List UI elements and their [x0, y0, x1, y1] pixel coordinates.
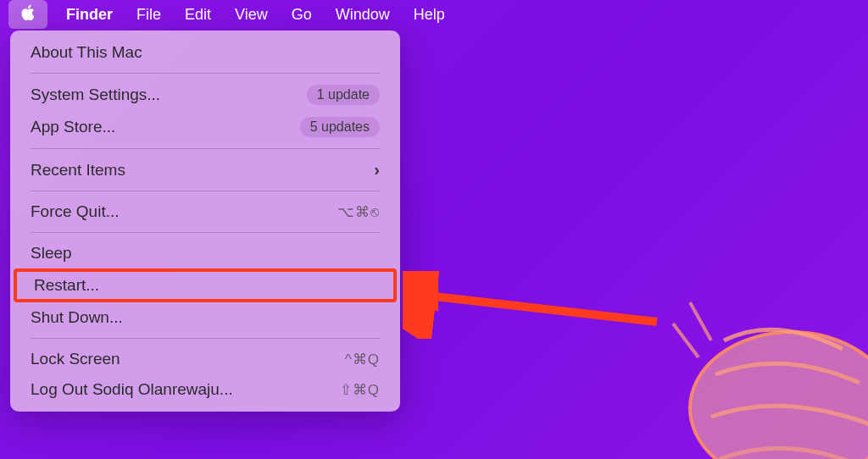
apple-menu-button[interactable]: [8, 0, 47, 29]
update-badge: 5 updates: [300, 117, 380, 137]
chevron-right-icon: ›: [374, 160, 380, 180]
menu-item-label: Force Quit...: [31, 202, 120, 221]
menu-force-quit[interactable]: Force Quit... ⌥⌘⎋: [10, 196, 400, 227]
apple-logo-icon: [19, 3, 37, 25]
menu-about-this-mac[interactable]: About This Mac: [10, 37, 400, 68]
menu-item-label: Shut Down...: [31, 308, 123, 327]
menu-item-label: About This Mac: [31, 43, 142, 62]
menu-view[interactable]: View: [223, 3, 280, 27]
keyboard-shortcut: ^⌘Q: [345, 351, 380, 368]
divider: [31, 338, 380, 339]
divider: [31, 148, 380, 149]
menu-recent-items[interactable]: Recent Items ›: [10, 154, 400, 185]
keyboard-shortcut: ⌥⌘⎋: [337, 203, 380, 221]
menu-app-store[interactable]: App Store... 5 updates: [10, 111, 400, 143]
annotation-arrow-icon: [403, 271, 674, 339]
update-badge: 1 update: [307, 85, 380, 105]
menubar: Finder File Edit View Go Window Help: [0, 0, 868, 29]
divider: [31, 232, 380, 233]
svg-line-1: [420, 295, 657, 322]
menu-restart[interactable]: Restart...: [14, 268, 397, 302]
menu-help[interactable]: Help: [402, 3, 457, 27]
menu-item-label: Sleep: [31, 244, 72, 263]
svg-marker-2: [403, 278, 438, 312]
menu-item-label: System Settings...: [31, 86, 160, 104]
app-name-menu[interactable]: Finder: [54, 3, 125, 27]
menu-item-label: Recent Items: [31, 161, 125, 180]
apple-dropdown-menu: About This Mac System Settings... 1 upda…: [10, 30, 400, 412]
menu-lock-screen[interactable]: Lock Screen ^⌘Q: [10, 344, 400, 374]
menu-window[interactable]: Window: [324, 3, 402, 27]
keyboard-shortcut: ⇧⌘Q: [340, 381, 380, 399]
menu-item-label: App Store...: [31, 118, 115, 136]
menu-item-label: Restart...: [34, 276, 99, 295]
menu-edit[interactable]: Edit: [173, 3, 223, 27]
svg-point-3: [690, 332, 868, 459]
menu-item-label: Lock Screen: [31, 350, 120, 368]
divider: [31, 73, 380, 74]
menu-file[interactable]: File: [125, 3, 173, 27]
menu-log-out[interactable]: Log Out Sodiq Olanrewaju... ⇧⌘Q: [10, 374, 400, 405]
divider: [31, 191, 380, 191]
menu-shut-down[interactable]: Shut Down...: [10, 302, 400, 333]
menu-item-label: Log Out Sodiq Olanrewaju...: [31, 380, 233, 399]
wallpaper-jellyfish-icon: [639, 290, 868, 459]
menu-sleep[interactable]: Sleep: [10, 238, 400, 268]
menu-go[interactable]: Go: [280, 3, 324, 27]
menu-system-settings[interactable]: System Settings... 1 update: [10, 79, 400, 111]
